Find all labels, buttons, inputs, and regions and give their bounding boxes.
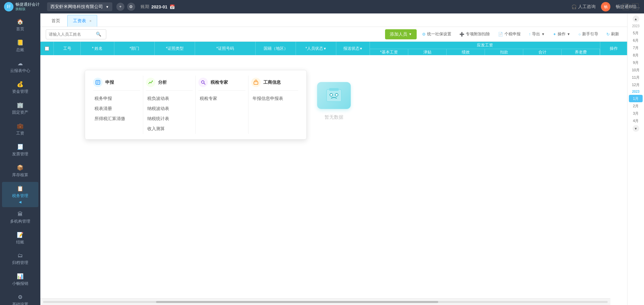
- scrollbar-area: [40, 298, 610, 305]
- ledger-icon: 📒: [17, 39, 24, 46]
- special-deduct-icon: ➕: [459, 32, 464, 37]
- sidebar-item-close[interactable]: 📝 结账: [2, 228, 38, 249]
- timeline-month-1-active[interactable]: 1月: [629, 95, 643, 102]
- sidebar-item-home[interactable]: 🏠 首页: [2, 15, 38, 35]
- timeline-month-3[interactable]: 3月: [628, 110, 644, 117]
- sidebar-item-report[interactable]: 📊 小畅报销: [2, 270, 38, 290]
- menu-tax-form[interactable]: 税表清册: [93, 104, 140, 114]
- status-filter-icon[interactable]: ▼: [323, 47, 327, 50]
- timeline-month-11[interactable]: 11月: [628, 74, 644, 81]
- menu-income-tax-clear[interactable]: 所得税汇算清缴: [93, 114, 140, 124]
- special-deduct-action[interactable]: ➕ 专项附加扣除: [457, 30, 493, 38]
- settings-sidebar-icon: ⚙: [18, 294, 23, 300]
- sidebar-item-archive[interactable]: 🗂 归档管理: [2, 249, 38, 269]
- sidebar-item-salary[interactable]: 💼 工资: [2, 119, 38, 140]
- report-icon: 📊: [17, 273, 24, 279]
- inventory-icon: 📦: [17, 164, 24, 171]
- svg-rect-7: [254, 82, 258, 84]
- search-input[interactable]: [49, 32, 96, 37]
- sidebar-item-inventory[interactable]: 📦 库存核算: [2, 161, 38, 181]
- timeline-month-10[interactable]: 10月: [628, 66, 644, 74]
- sidebar-item-multi[interactable]: 🏛 多机构管理: [2, 208, 38, 228]
- timeline-up-icon[interactable]: ▲: [633, 15, 639, 22]
- menu-tax-stats[interactable]: 纳税统计表: [146, 114, 193, 124]
- invoice-icon: 🧾: [17, 144, 24, 150]
- sidebar-item-tax[interactable]: 📋 税务管理 ◀: [2, 182, 38, 207]
- business-col-title: 工商信息: [263, 79, 281, 85]
- sidebar-item-funds[interactable]: 💰 资金管理: [2, 78, 38, 98]
- logo-area: 好 畅捷通好会计 旗舰版: [4, 2, 44, 11]
- sidebar-item-settings[interactable]: ⚙ 基础设置: [2, 291, 38, 305]
- home-icon: 🏠: [17, 18, 24, 25]
- operations-label: 操作: [558, 31, 566, 37]
- service-button[interactable]: 🎧 人工咨询: [571, 4, 596, 10]
- add-icon[interactable]: +: [116, 3, 124, 11]
- guide-action[interactable]: ○ 新手引导: [576, 30, 601, 38]
- social-security-icon: ⚙: [422, 32, 426, 37]
- funds-icon: 💰: [17, 81, 24, 87]
- report-filter-icon[interactable]: ▼: [359, 47, 363, 50]
- top-header: 好 畅捷通好会计 旗舰版 西安虾米网络科技有限公司 ▼ + ⚙ 账期 2023-…: [0, 0, 644, 13]
- header-actions: + ⚙: [116, 3, 135, 11]
- tab-close-icon[interactable]: ×: [89, 19, 91, 23]
- operations-action[interactable]: ✦ 操作 ▼: [550, 30, 573, 38]
- tab-salary-table[interactable]: 工资表 ×: [67, 15, 97, 27]
- sidebar-item-ledger[interactable]: 📒 总账: [2, 36, 38, 56]
- toolbar: 🔍 添加人员 ▼ ⚙ 统一社保设置 ➕ 专项附加扣除 📄 个税申报 ↑ 导出: [40, 27, 627, 42]
- th-checkbox[interactable]: [40, 42, 54, 55]
- timeline-down-icon[interactable]: ▼: [633, 125, 639, 132]
- personal-tax-action[interactable]: 📄 个税申报: [495, 30, 523, 38]
- menu-annual-report[interactable]: 年报信息申报表: [251, 93, 299, 104]
- select-all-checkbox[interactable]: [45, 46, 49, 51]
- archive-icon: 🗂: [17, 253, 23, 259]
- analysis-col-title: 分析: [158, 79, 167, 85]
- menu-income-calc[interactable]: 收入测算: [146, 124, 193, 134]
- th-report: 报送状态 ▼: [336, 42, 370, 55]
- timeline-month-2[interactable]: 2月: [628, 102, 644, 110]
- empty-icon: [317, 82, 351, 109]
- timeline-month-4[interactable]: 4月: [628, 117, 644, 124]
- sidebar-item-cloud[interactable]: ☁ 云报表中心: [2, 57, 38, 77]
- app-title: 畅捷通好会计: [15, 2, 40, 7]
- menu-tax-declare[interactable]: 税务申报: [93, 93, 140, 104]
- period-value: 2023-01: [151, 4, 167, 9]
- svg-point-5: [152, 81, 153, 82]
- timeline-month-6[interactable]: 6月: [628, 37, 644, 44]
- company-selector[interactable]: 西安虾米网络科技有限公司 ▼: [47, 2, 112, 11]
- refresh-action[interactable]: ↻ 刷新: [604, 30, 622, 38]
- th-name: * 姓名: [81, 42, 114, 55]
- th-total: 合计: [523, 49, 562, 55]
- search-icon[interactable]: 🔍: [96, 32, 101, 37]
- timeline-month-9[interactable]: 9月: [628, 59, 644, 66]
- search-input-wrap[interactable]: 🔍: [46, 29, 106, 39]
- export-action[interactable]: ↑ 导出 ▼: [526, 30, 547, 38]
- menu-tax-check[interactable]: 税检专家: [198, 93, 245, 104]
- year-2023-label: 2023: [632, 90, 639, 93]
- menu-tax-burden[interactable]: 税负波动表: [146, 93, 193, 104]
- scrollbar-thumb[interactable]: [156, 301, 439, 303]
- timeline-month-12[interactable]: 12月: [628, 81, 644, 88]
- sidebar-item-assets[interactable]: 🏢 固定资产: [2, 99, 38, 119]
- menu-tax-dynamic[interactable]: 纳税波动表: [146, 104, 193, 114]
- close-button[interactable]: ×: [622, 3, 629, 10]
- restore-button[interactable]: □: [632, 3, 639, 10]
- calendar-icon[interactable]: 📅: [169, 4, 175, 9]
- avatar[interactable]: 畅: [601, 2, 610, 11]
- scrollbar-track[interactable]: [43, 301, 608, 303]
- tab-home[interactable]: 首页: [46, 15, 66, 27]
- timeline-month-8[interactable]: 8月: [628, 51, 644, 59]
- close-period-icon: 📝: [17, 232, 24, 238]
- sidebar-item-invoice[interactable]: 🧾 发票管理: [2, 140, 38, 160]
- ops-dropdown-icon: ▼: [567, 32, 570, 36]
- add-person-button[interactable]: 添加人员 ▼: [385, 29, 417, 39]
- th-dept: *部门: [114, 42, 155, 55]
- logo-text: 畅捷通好会计 旗舰版: [15, 2, 40, 11]
- settings-icon[interactable]: ⚙: [127, 3, 135, 11]
- timeline-month-7[interactable]: 7月: [628, 44, 644, 51]
- app-subtitle: 旗舰版: [15, 7, 40, 11]
- th-base-salary: *基本工资: [370, 49, 408, 55]
- popup-col-analysis: 分析 税负波动表 纳税波动表 纳税统计表 收入测算: [143, 76, 196, 134]
- social-security-action[interactable]: ⚙ 统一社保设置: [419, 30, 454, 38]
- timeline-month-5[interactable]: 5月: [628, 29, 644, 37]
- sidebar-label-salary: 工资: [16, 130, 24, 136]
